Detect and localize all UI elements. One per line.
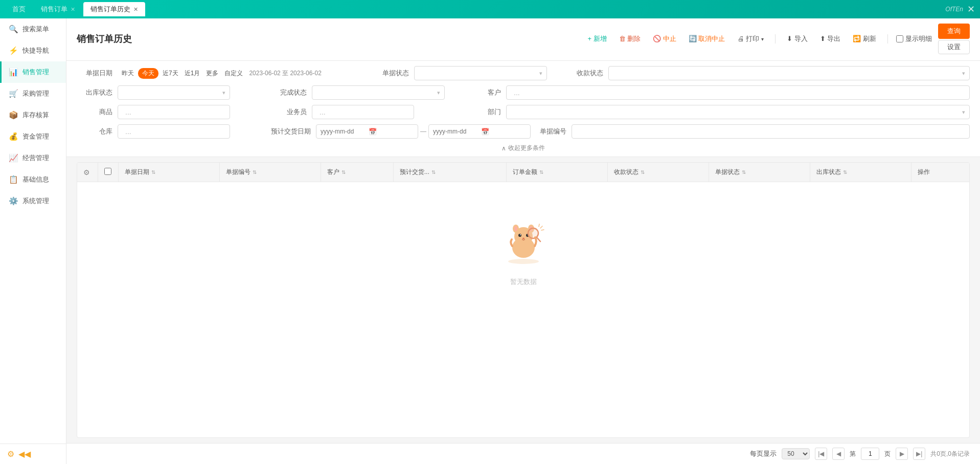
sidebar-item-search-menu[interactable]: 🔍 搜索菜单	[0, 18, 66, 40]
display-detail-label: 显示明细	[905, 34, 932, 43]
toolbar-divider-1	[775, 34, 776, 43]
sidebar-item-system-mgmt[interactable]: ⚙️ 系统管理	[0, 190, 66, 212]
sidebar-item-fund-mgmt-label: 资金管理	[22, 132, 49, 141]
filter-voucher-status-cell: 单据状态 ▾	[373, 66, 567, 80]
filter-area: 单据日期 昨天 今天 近7天 近1月 更多 自定义 2023-06-02 至 2…	[66, 61, 980, 157]
more-conditions-toggle[interactable]: ∧ 收起更多条件	[77, 144, 970, 152]
delete-button[interactable]: 🗑 删除	[616, 32, 644, 46]
estimated-delivery-to-input[interactable]: 📅	[428, 124, 531, 139]
tab-sales-order-history-close[interactable]: ✕	[133, 6, 138, 13]
date-btn-today[interactable]: 今天	[138, 68, 158, 79]
filter-department-cell: 部门 ▾	[465, 105, 970, 119]
tab-sales-order-close[interactable]: ✕	[71, 6, 75, 13]
refresh-button[interactable]: 🔁 刷新	[850, 32, 879, 46]
pagination-prev-btn[interactable]: ◀	[832, 448, 845, 460]
estimated-delivery-to-field[interactable]	[433, 128, 479, 135]
sales-mgmt-icon: 📊	[9, 68, 18, 77]
department-label: 部门	[465, 107, 506, 117]
estimated-delivery-from-field[interactable]	[321, 128, 367, 135]
empty-illustration	[495, 213, 552, 269]
warehouse-input[interactable]: ...	[118, 124, 230, 139]
department-select[interactable]: ▾	[506, 105, 970, 119]
window-close-icon[interactable]: ✕	[967, 4, 975, 15]
filter-customer-cell: 客户 ...	[465, 85, 970, 100]
th-voucher-number[interactable]: 单据编号 ⇅	[219, 163, 321, 182]
sidebar-item-inventory-check[interactable]: 📦 库存核算	[0, 104, 66, 126]
date-btn-1month[interactable]: 近1月	[183, 68, 202, 79]
sidebar-item-fund-mgmt[interactable]: 💰 资金管理	[0, 126, 66, 147]
date-btn-yesterday[interactable]: 昨天	[120, 68, 136, 79]
total-text: 共0页,0条记录	[930, 450, 970, 458]
th-est-delivery[interactable]: 预计交货... ⇅	[393, 163, 506, 182]
export-button[interactable]: ⬆ 导出	[817, 32, 844, 46]
estimated-delivery-from-input[interactable]: 📅	[316, 124, 418, 139]
th-customer[interactable]: 客户 ⇅	[321, 163, 393, 182]
page-number-input[interactable]	[861, 448, 879, 460]
sidebar-item-purchase-mgmt[interactable]: 🛒 采购管理	[0, 83, 66, 104]
cancel-stop-button[interactable]: 🔄 取消中止	[686, 32, 728, 46]
select-all-checkbox[interactable]	[104, 168, 111, 175]
page-title: 销售订单历史	[77, 33, 132, 45]
th-voucher-status[interactable]: 单据状态 ⇅	[709, 163, 810, 182]
th-voucher-date[interactable]: 单据日期 ⇅	[118, 163, 219, 182]
page-size-select[interactable]: 50 10 20 100	[782, 448, 810, 459]
voucher-status-select[interactable]: ▾	[414, 66, 547, 80]
th-receipt-status[interactable]: 收款状态 ⇅	[608, 163, 709, 182]
svg-point-0	[508, 259, 539, 264]
receipt-status-select[interactable]: ▾	[608, 66, 970, 80]
date-dash: —	[420, 128, 426, 135]
sidebar-item-sales-mgmt[interactable]: 📊 销售管理	[0, 61, 66, 83]
settings-button[interactable]: 设置	[938, 40, 970, 54]
pagination-next-btn[interactable]: ▶	[896, 448, 908, 460]
sort-customer-icon: ⇅	[341, 169, 346, 175]
print-button[interactable]: 🖨 打印 ▾	[735, 32, 767, 46]
date-range-text: 2023-06-02 至 2023-06-02	[249, 69, 321, 78]
outbound-status-arrow-icon: ▾	[222, 90, 225, 96]
customer-dots-icon: ...	[511, 89, 523, 97]
tab-sales-order[interactable]: 销售订单 ✕	[34, 2, 82, 16]
th-order-amount[interactable]: 订单金额 ⇅	[507, 163, 608, 182]
display-detail-checkbox[interactable]	[896, 35, 903, 42]
pagination-last-btn[interactable]: ▶|	[913, 448, 925, 460]
salesperson-input[interactable]: ...	[312, 105, 414, 119]
filter-row-3: 商品 ... 业务员 ... 部门 ▾	[77, 105, 970, 119]
new-button-label: + 新增	[587, 34, 606, 43]
voucher-number-input[interactable]	[572, 124, 970, 139]
date-btn-7days[interactable]: 近7天	[161, 68, 180, 79]
import-button[interactable]: ⬇ 导入	[784, 32, 811, 46]
inventory-check-icon: 📦	[9, 111, 18, 120]
tab-home[interactable]: 首页	[5, 2, 33, 16]
sidebar-collapse-icon[interactable]: ◀◀	[18, 449, 31, 459]
query-button[interactable]: 查询	[938, 24, 970, 39]
sidebar-item-quick-nav[interactable]: ⚡ 快捷导航	[0, 40, 66, 61]
product-input[interactable]: ...	[118, 105, 230, 119]
completion-status-select[interactable]: ▾	[312, 85, 445, 100]
sidebar-item-purchase-mgmt-label: 采购管理	[22, 89, 49, 98]
new-button[interactable]: + 新增	[584, 32, 609, 46]
completion-status-label: 完成状态	[271, 88, 312, 97]
th-operations-label: 操作	[918, 168, 930, 175]
sidebar-item-basic-info[interactable]: 📋 基础信息	[0, 169, 66, 190]
stop-button-label: 🚫 中止	[653, 34, 676, 43]
sidebar-item-operation-mgmt[interactable]: 📈 经营管理	[0, 147, 66, 169]
quick-nav-icon: ⚡	[9, 46, 18, 55]
pagination-first-btn[interactable]: |◀	[815, 448, 827, 460]
sidebar-item-operation-mgmt-label: 经营管理	[22, 153, 49, 163]
stop-button[interactable]: 🚫 中止	[650, 32, 679, 46]
warehouse-dots-icon: ...	[122, 127, 134, 136]
th-outbound-status[interactable]: 出库状态 ⇅	[810, 163, 911, 182]
sidebar-settings-icon[interactable]: ⚙	[7, 449, 14, 459]
svg-line-14	[540, 226, 542, 228]
date-btn-custom[interactable]: 自定义	[222, 68, 245, 79]
outbound-status-select[interactable]: ▾	[118, 85, 230, 100]
gear-icon[interactable]: ⚙	[83, 168, 90, 176]
th-voucher-status-label: 单据状态	[715, 168, 740, 176]
chevron-up-icon: ∧	[502, 145, 506, 152]
completion-status-arrow-icon: ▾	[437, 90, 440, 96]
date-btn-more[interactable]: 更多	[204, 68, 220, 79]
filter-estimated-delivery-cell: 预计交货日期 📅 — 📅	[271, 124, 531, 139]
th-gear[interactable]: ⚙	[77, 163, 98, 182]
tab-sales-order-history[interactable]: 销售订单历史 ✕	[83, 2, 145, 16]
customer-input[interactable]: ...	[506, 85, 970, 100]
customer-label: 客户	[465, 88, 506, 97]
